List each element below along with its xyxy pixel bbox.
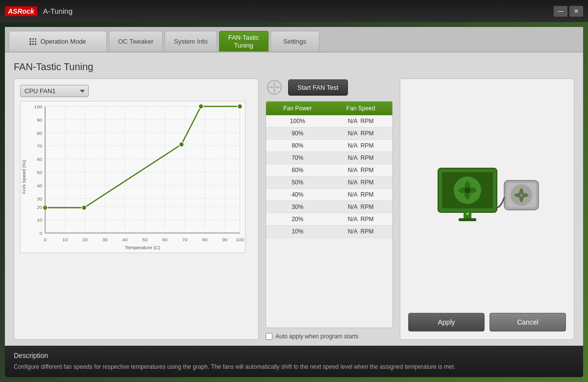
tab-bar: Operation Mode OC Tweaker System Info FA… — [5, 27, 583, 52]
description-text: Configure different fan speeds for respe… — [14, 362, 574, 371]
fan-table-row: 70% N/A RPM — [266, 152, 392, 164]
tab-fan-tastic[interactable]: FAN-TasticTuning — [219, 31, 269, 51]
fan-speed-cell: N/A RPM — [329, 140, 392, 152]
svg-text:10: 10 — [62, 237, 68, 242]
auto-apply-checkbox[interactable] — [266, 333, 272, 340]
fan-speed-cell: N/A RPM — [329, 226, 392, 238]
svg-text:80: 80 — [202, 237, 208, 242]
action-buttons: Apply Cancel — [408, 313, 566, 331]
fan-power-cell: 20% — [266, 213, 329, 226]
tab-fan-tastic-label: FAN-TasticTuning — [228, 34, 259, 49]
fan-table-body: 100% N/A RPM 90% N/A RPM 80% N/A RPM 70%… — [266, 115, 392, 238]
svg-text:100: 100 — [236, 237, 244, 242]
fan-chart[interactable]: 100 90 80 70 60 50 40 30 20 10 0 — [20, 101, 245, 253]
titlebar-controls: — ✕ — [554, 6, 583, 17]
svg-point-65 — [520, 194, 523, 197]
fan-power-cell: 50% — [266, 177, 329, 189]
fan-speed-cell: N/A RPM — [329, 201, 392, 213]
tab-operation-mode[interactable]: Operation Mode — [9, 31, 107, 51]
svg-text:100: 100 — [34, 104, 43, 109]
tab-oc-tweaker[interactable]: OC Tweaker — [109, 31, 163, 51]
tab-system-info[interactable]: System Info — [165, 31, 217, 51]
panels-row: CPU FAN1 CPU FAN2 CHA FAN1 CHA FAN2 — [14, 78, 574, 340]
svg-text:90: 90 — [222, 237, 228, 242]
fan-power-cell: 40% — [266, 189, 329, 201]
fan-speed-cell: N/A RPM — [329, 164, 392, 177]
svg-text:30: 30 — [102, 237, 108, 242]
svg-text:50: 50 — [142, 237, 148, 242]
svg-text:0: 0 — [40, 230, 43, 236]
chart-panel: CPU FAN1 CPU FAN2 CHA FAN1 CHA FAN2 — [14, 78, 259, 340]
fan-power-cell: 90% — [266, 127, 329, 140]
svg-point-48 — [179, 142, 184, 147]
fan-power-cell: 80% — [266, 140, 329, 152]
right-panel: Apply Cancel — [400, 78, 574, 340]
fan-table-row: 10% N/A RPM — [266, 226, 392, 238]
svg-text:20: 20 — [37, 204, 43, 210]
fan-select-row: CPU FAN1 CPU FAN2 CHA FAN1 CHA FAN2 — [20, 85, 252, 97]
fan-power-cell: 60% — [266, 164, 329, 177]
fan-speed-header: Fan Speed — [329, 102, 392, 115]
tab-operation-mode-label: Operation Mode — [40, 38, 86, 45]
start-fan-test-button[interactable]: Start FAN Test — [288, 79, 348, 96]
apply-button[interactable]: Apply — [408, 313, 485, 331]
fan-power-cell: 30% — [266, 201, 329, 213]
svg-text:60: 60 — [37, 156, 43, 162]
svg-text:20: 20 — [82, 237, 88, 242]
tab-system-info-label: System Info — [174, 38, 208, 45]
svg-text:0: 0 — [44, 237, 47, 242]
svg-text:50: 50 — [37, 170, 43, 175]
svg-text:40: 40 — [37, 183, 43, 188]
svg-text:90: 90 — [37, 117, 43, 123]
fan-table-row: 60% N/A RPM — [266, 164, 392, 177]
tab-settings-label: Settings — [283, 38, 306, 45]
svg-text:70: 70 — [182, 237, 188, 242]
asrock-logo: ASRock — [5, 6, 37, 16]
svg-text:60: 60 — [162, 237, 168, 242]
page-title: FAN-Tastic Tuning — [14, 61, 574, 73]
minimize-button[interactable]: — — [554, 6, 567, 17]
fan-speed-cell: N/A RPM — [329, 127, 392, 140]
fan-spin-icon — [266, 78, 283, 96]
fan-table-row: 30% N/A RPM — [266, 201, 392, 213]
fan-speed-cell: N/A RPM — [329, 213, 392, 226]
close-button[interactable]: ✕ — [569, 6, 583, 17]
fan-table-row: 40% N/A RPM — [266, 189, 392, 201]
cancel-button[interactable]: Cancel — [490, 313, 566, 331]
chart-container: 100 90 80 70 60 50 40 30 20 10 0 — [20, 101, 252, 333]
titlebar: ASRock A-Tuning — ✕ — [0, 0, 588, 22]
content-area: Operation Mode OC Tweaker System Info FA… — [5, 27, 583, 377]
fan-table-row: 100% N/A RPM — [266, 115, 392, 127]
fan-illustration — [408, 87, 566, 313]
auto-apply-row: Auto apply when program starts — [266, 333, 393, 340]
fan-test-row: Start FAN Test — [266, 78, 393, 96]
svg-point-57 — [465, 187, 470, 193]
svg-point-60 — [466, 212, 469, 215]
logo-area: ASRock A-Tuning — [5, 6, 554, 16]
description-bar: Description Configure different fan spee… — [5, 346, 583, 377]
fan-select-dropdown[interactable]: CPU FAN1 CPU FAN2 CHA FAN1 CHA FAN2 — [20, 85, 89, 97]
fan-power-cell: 70% — [266, 152, 329, 164]
grid-icon — [29, 38, 36, 45]
page-content: FAN-Tastic Tuning CPU FAN1 CPU FAN2 CHA … — [5, 52, 583, 346]
svg-text:30: 30 — [37, 196, 43, 202]
fan-power-cell: 10% — [266, 226, 329, 238]
fan-speed-cell: N/A RPM — [329, 177, 392, 189]
svg-text:FAN Speed (%): FAN Speed (%) — [21, 160, 26, 194]
tab-settings[interactable]: Settings — [270, 31, 319, 51]
fan-table-row: 20% N/A RPM — [266, 213, 392, 226]
fan-speed-cell: N/A RPM — [329, 189, 392, 201]
fan-speed-cell: N/A RPM — [329, 152, 392, 164]
svg-point-50 — [238, 104, 243, 109]
fan-speed-cell: N/A RPM — [329, 115, 392, 127]
main-background: Operation Mode OC Tweaker System Info FA… — [0, 22, 588, 382]
auto-apply-label: Auto apply when program starts — [275, 333, 358, 340]
svg-text:80: 80 — [37, 130, 43, 136]
svg-point-47 — [82, 205, 87, 210]
fan-speed-table: Fan Power Fan Speed 100% N/A RPM 90% N/A… — [266, 101, 393, 328]
computer-fan-illustration — [433, 161, 541, 239]
fan-select-wrapper[interactable]: CPU FAN1 CPU FAN2 CHA FAN1 CHA FAN2 — [20, 85, 89, 97]
svg-text:Temperature (C): Temperature (C) — [125, 245, 160, 250]
svg-point-49 — [198, 104, 203, 109]
fan-table-row: 50% N/A RPM — [266, 177, 392, 189]
